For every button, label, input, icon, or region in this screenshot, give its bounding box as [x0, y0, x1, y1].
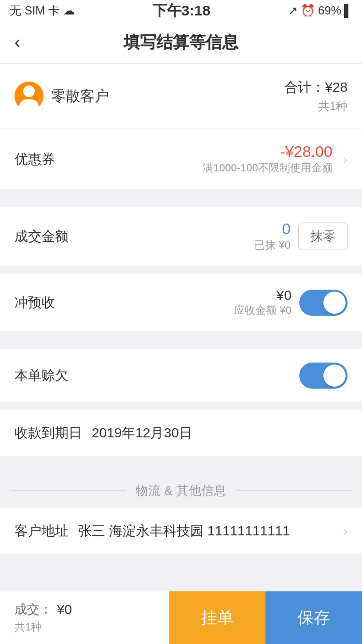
- nav-bar: ‹ 填写结算等信息: [0, 21, 362, 64]
- avatar: [14, 82, 43, 111]
- status-left: 无 SIM 卡 ☁: [10, 3, 75, 18]
- debt-label: 本单赊欠: [14, 366, 69, 385]
- total-count: 共1种: [284, 98, 348, 114]
- svg-point-0: [23, 85, 35, 97]
- debt-row: 本单赊欠: [0, 349, 362, 403]
- customer-total: 合计：¥28 共1种: [284, 78, 348, 114]
- address-label: 客户地址: [14, 522, 69, 540]
- divider-3: [0, 464, 362, 474]
- coupon-discount: -¥28.00: [203, 143, 333, 161]
- divider-1: [0, 197, 362, 207]
- due-date-row[interactable]: 收款到期日 2019年12月30日: [0, 410, 362, 456]
- divider-2: [0, 339, 362, 349]
- advance-payment-right: ¥0 应收金额 ¥0: [55, 288, 348, 318]
- alarm-icon: ⏰: [301, 4, 315, 17]
- status-right: ↗ ⏰ 69% ▌: [288, 4, 352, 17]
- customer-name: 零散客户: [51, 86, 109, 106]
- bottom-info: 成交： ¥0 共1种: [0, 601, 169, 634]
- deal-amount-row: 成交金额 0 已抹 ¥0 抹零: [0, 207, 362, 266]
- debt-right: [69, 363, 348, 389]
- coupon-label: 优惠券: [14, 150, 55, 168]
- save-button[interactable]: 保存: [265, 591, 362, 644]
- advance-payment-amount: ¥0: [234, 288, 292, 303]
- total-amount: 合计：¥28: [284, 78, 348, 97]
- address-value: 张三 海淀永丰科技园 11111111111: [78, 522, 340, 540]
- due-date-label: 收款到期日: [14, 424, 82, 442]
- no-sim-label: 无 SIM 卡 ☁: [10, 3, 75, 18]
- round-button[interactable]: 抹零: [298, 223, 348, 250]
- status-bar: 无 SIM 卡 ☁ 下午3:18 ↗ ⏰ 69% ▌: [0, 0, 362, 21]
- advance-payment-receivable: 应收金额 ¥0: [234, 303, 292, 318]
- bottom-deal-amount: ¥0: [57, 602, 72, 617]
- debt-toggle-knob: [323, 364, 346, 387]
- logistics-divider: 物流 & 其他信息: [0, 474, 362, 507]
- advance-payment-row: 冲预收 ¥0 应收金额 ¥0: [0, 274, 362, 332]
- location-icon: ↗: [288, 4, 298, 17]
- svg-point-1: [19, 99, 39, 111]
- battery-icon: ▌: [344, 4, 352, 17]
- logistics-label: 物流 & 其他信息: [136, 482, 226, 499]
- content: 零散客户 合计：¥28 共1种 优惠券 -¥28.00 满1000-100不限制…: [0, 64, 362, 644]
- toggle-knob: [323, 292, 346, 314]
- debt-toggle[interactable]: [299, 363, 348, 389]
- bottom-count: 共1种: [14, 620, 154, 634]
- coupon-right: -¥28.00 满1000-100不限制使用金额 ›: [55, 143, 348, 175]
- deal-amount-right: 0 已抹 ¥0 抹零: [69, 220, 348, 252]
- bottom-deal: 成交： ¥0: [14, 601, 154, 618]
- coupon-row[interactable]: 优惠券 -¥28.00 满1000-100不限制使用金额 ›: [0, 129, 362, 189]
- deal-amount-rounded: 已抹 ¥0: [254, 238, 291, 252]
- page-title: 填写结算等信息: [124, 31, 238, 54]
- battery-label: 69%: [318, 4, 341, 17]
- bottom-deal-label: 成交：: [14, 601, 52, 618]
- customer-info: 零散客户: [14, 82, 109, 111]
- coupon-desc: 满1000-100不限制使用金额: [203, 161, 333, 175]
- status-time: 下午3:18: [153, 1, 210, 21]
- deal-amount-value: 0: [254, 220, 291, 238]
- hang-button[interactable]: 挂单: [169, 591, 265, 644]
- advance-payment-label: 冲预收: [14, 294, 55, 312]
- customer-row: 零散客户 合计：¥28 共1种: [0, 64, 362, 128]
- chevron-right-icon: ›: [343, 152, 348, 167]
- advance-payment-toggle[interactable]: [299, 290, 348, 316]
- back-button[interactable]: ‹: [14, 32, 20, 53]
- address-row[interactable]: 客户地址 张三 海淀永丰科技园 11111111111 ›: [0, 508, 362, 554]
- address-chevron-icon: ›: [343, 523, 348, 539]
- due-date-value: 2019年12月30日: [92, 424, 193, 442]
- bottom-bar: 成交： ¥0 共1种 挂单 保存: [0, 591, 362, 644]
- deal-amount-label: 成交金额: [14, 227, 69, 246]
